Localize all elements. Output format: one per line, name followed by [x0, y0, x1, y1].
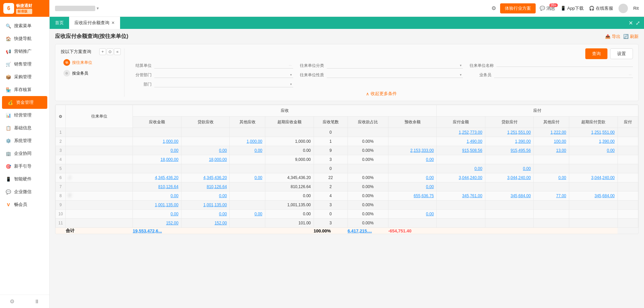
sidebar-settings-btn[interactable]: ⚙: [10, 298, 14, 305]
page-content: 应收应付余额查询(按往来单位) 📤 导出 🔄 刷新: [50, 29, 644, 308]
topbar-service-btn[interactable]: 🎧 在线客服: [589, 5, 613, 11]
col-partner: 往来单位: [66, 105, 133, 128]
sidebar-item-vip[interactable]: V 畅会员: [0, 198, 49, 211]
sidebar-item-hardware[interactable]: 📱 智能硬件: [0, 173, 49, 185]
sidebar-item-wechat[interactable]: 💬 企业微信: [0, 185, 49, 198]
tab-balance-query[interactable]: 应收应付余额查询 ✕: [69, 17, 120, 29]
sidebar-item-search-menu[interactable]: 🔍 搜索菜单: [0, 19, 49, 32]
col-loan-payable: 贷款应付: [485, 117, 533, 128]
table-row: 418,000.0018,000.009,000.0030.00%0.00: [56, 155, 638, 164]
tab-home[interactable]: 首页: [50, 17, 69, 29]
sidebar-item-label: 智能硬件: [14, 176, 32, 182]
table-row: 11152.00152.00101.0030.00%: [56, 219, 638, 228]
refresh-btn[interactable]: 🔄 刷新: [623, 34, 639, 40]
finance-icon: 💰: [7, 99, 13, 105]
table-row: 500.000.00: [56, 164, 638, 173]
sidebar-item-quick-nav[interactable]: 🏠 快捷导航: [0, 32, 49, 45]
collapse-icon: ∧: [366, 91, 369, 96]
partner-category-chevron-icon: ▾: [460, 63, 462, 67]
col-overdue-receivable: 超期应收金额: [265, 117, 314, 128]
sidebar-item-label: 企业协同: [14, 150, 32, 157]
partner-nature-select[interactable]: ▾: [327, 72, 463, 78]
collapse-more-btn[interactable]: ∧ 收起更多条件: [366, 91, 397, 97]
salesman-input[interactable]: ···: [494, 72, 633, 78]
table-row: 101,252,773.001,251,551.001,222.001,251,…: [56, 128, 638, 137]
sidebar-footer: ⚙ ⏸: [0, 295, 49, 308]
sidebar-item-guide[interactable]: 🎯 新手引导: [0, 160, 49, 173]
data-table-wrapper: ⚙ 往来单位 应收 应付 应收金额 贷款应收 其他应收 超期应收金额 应收笔数 …: [55, 104, 639, 234]
purchase-icon: 📦: [5, 74, 11, 80]
sidebar: 6 畅捷通财 标准版 🔍 搜索菜单 🏠 快捷导航 📢 营销推广 🛒 销售管理 📦…: [0, 0, 50, 308]
table-footer-row: 合计 19,553,472,6... 100.00% 6,417,215....…: [56, 228, 638, 234]
logo-icon: 6: [3, 3, 14, 14]
sidebar-item-operation[interactable]: 📊 经营管理: [0, 109, 49, 122]
col-other-payable: 其他应付: [534, 117, 569, 128]
scheme-header: 按以下方案查询 + ⊙ «: [61, 48, 121, 55]
main-content-area: 应收应付余额查询(按往来单位) 📤 导出 🔄 刷新: [50, 29, 644, 238]
scheme-item-by-salesman[interactable]: ⊙ 按业务员: [61, 69, 121, 78]
scheme-item-by-partner[interactable]: 畅 按往来单位: [61, 58, 121, 67]
export-btn[interactable]: 📤 导出: [605, 34, 621, 40]
sidebar-item-enterprise[interactable]: 🏢 企业协同: [0, 147, 49, 160]
sidebar-item-finance[interactable]: 💰 资金管理: [2, 96, 47, 109]
tab-close-icon[interactable]: ✕: [111, 20, 115, 25]
sidebar-item-purchase[interactable]: 📦 采购管理: [0, 71, 49, 83]
message-badge: 99+: [549, 3, 558, 7]
topbar-right: 💬 消息 99+ 📱 App下载 🎧 在线客服 Rit: [540, 4, 639, 13]
page-actions: 📤 导出 🔄 刷新: [605, 34, 639, 40]
tab-close-window-btn[interactable]: ✕: [629, 20, 633, 26]
sidebar-item-label: 采购管理: [14, 74, 32, 80]
partner-name-input[interactable]: [496, 64, 633, 67]
topbar-message-btn[interactable]: 💬 消息 99+: [540, 5, 555, 11]
table-row: 91,001,135.001,001,135.001,001,135.0030.…: [56, 201, 638, 210]
col-payable-amt: 应付金额: [437, 117, 485, 128]
query-btn[interactable]: 查询: [585, 48, 607, 59]
filter-fields-area: 查询 设置 结算单位 ··· 往来单位分类: [130, 48, 633, 97]
sidebar-item-marketing[interactable]: 📢 营销推广: [0, 45, 49, 58]
sidebar-item-inventory[interactable]: 🏪 库存核算: [0, 83, 49, 96]
wechat-icon: 💬: [5, 189, 11, 195]
filter-area: 按以下方案查询 + ⊙ « 畅 按往来单位 ⊙: [55, 44, 639, 101]
managing-dept-select[interactable]: ▾: [154, 72, 293, 78]
topbar-breadcrumb: ▾: [55, 6, 487, 11]
topbar-chevron-icon: ▾: [97, 6, 99, 11]
setting-btn[interactable]: 设置: [610, 48, 633, 59]
sidebar-item-label: 新手引导: [14, 163, 32, 169]
settlement-unit-input[interactable]: ···: [154, 62, 293, 69]
footer-prepay-total: 6,417,215....: [347, 228, 388, 234]
sidebar-item-system[interactable]: ⚙️ 系统管理: [0, 134, 49, 147]
logo-text: 畅捷通财 标准版: [16, 3, 32, 14]
table-settings-col[interactable]: ⚙: [56, 105, 66, 128]
filter-settlement-unit: 结算单位 ···: [130, 62, 293, 69]
sidebar-item-basic-info[interactable]: 📋 基础信息: [0, 122, 49, 134]
scheme-list: 畅 按往来单位 ⊙ 按业务员: [61, 58, 121, 78]
sidebar-item-label: 企业微信: [14, 189, 32, 195]
sidebar-collapse-btn[interactable]: ⏸: [34, 299, 40, 305]
sidebar-item-label: 营销推广: [14, 48, 32, 54]
filter-managing-dept: 分管部门 ▾: [130, 72, 293, 78]
operation-icon: 📊: [5, 112, 11, 118]
tabbar-actions: ✕ ⤢: [629, 20, 644, 26]
topbar-settings-icon[interactable]: ⚙: [491, 5, 496, 11]
edit-scheme-btn[interactable]: ⊙: [107, 48, 113, 55]
collapse-scheme-btn[interactable]: «: [114, 48, 121, 55]
scheme-actions: + ⊙ «: [99, 48, 121, 55]
collapse-row: ∧ 收起更多条件: [130, 91, 633, 97]
add-scheme-btn[interactable]: +: [99, 48, 106, 55]
topbar-download-btn[interactable]: 📱 App下载: [560, 5, 584, 11]
marketing-icon: 📢: [5, 48, 11, 54]
data-table: ⚙ 往来单位 应收 应付 应收金额 贷款应收 其他应收 超期应收金额 应收笔数 …: [55, 105, 638, 234]
col-other-receivable: 其他应收: [230, 117, 265, 128]
partner-category-select[interactable]: ▾: [327, 62, 463, 69]
dept-select[interactable]: ▾: [154, 81, 293, 87]
solution-btn[interactable]: 体验行业方案: [500, 3, 536, 13]
username-label: Rit: [633, 6, 639, 11]
quick-nav-icon: 🏠: [5, 36, 11, 42]
table-row: 7810,126.64810,126.64810,126.6420.00%0.0…: [56, 182, 638, 191]
tabbar: 首页 应收应付余额查询 ✕ ✕ ⤢: [50, 17, 644, 29]
col-payable-extra: 应付: [618, 117, 638, 128]
service-icon: 🎧: [589, 6, 594, 11]
search-menu-icon: 🔍: [5, 23, 11, 29]
sidebar-item-sales[interactable]: 🛒 销售管理: [0, 58, 49, 71]
tab-expand-btn[interactable]: ⤢: [636, 20, 640, 26]
